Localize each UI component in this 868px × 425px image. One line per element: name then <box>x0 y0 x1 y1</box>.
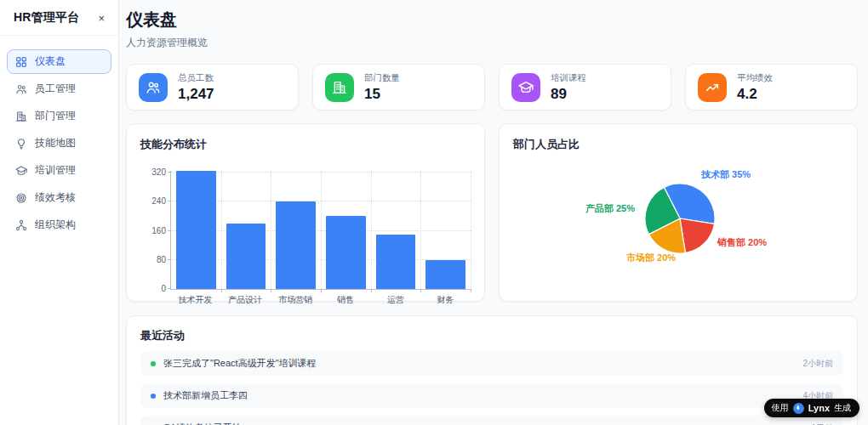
bar-slot <box>271 171 321 289</box>
bar-运营 <box>376 235 416 289</box>
x-tick-label: 市场营销 <box>271 294 321 306</box>
stat-card-1: 总员工数 1,247 <box>126 64 299 110</box>
v-gridline <box>471 171 471 289</box>
users-icon <box>15 83 27 95</box>
users-icon <box>146 80 161 95</box>
sidebar-nav: 仪表盘 员工管理 部门管理 技能地图 培训管理 绩效考核 组织架构 <box>0 36 118 251</box>
stat-value: 89 <box>551 86 586 103</box>
stat-card-3: 培训课程 89 <box>499 64 671 110</box>
pie-label-销售部: 销售部 20% <box>717 236 767 249</box>
stat-label: 培训课程 <box>551 72 586 84</box>
x-tick <box>271 289 271 292</box>
x-tick-label: 产品设计 <box>220 294 271 306</box>
y-tick-label: 0 <box>139 284 166 293</box>
dashboard-icon <box>15 56 27 68</box>
badge-brand: Lynx <box>808 403 830 413</box>
pie-chart-title: 部门人员占比 <box>513 137 843 152</box>
pie-chart-disc <box>644 183 716 254</box>
bar-slot <box>420 171 471 289</box>
building-icon <box>15 110 27 122</box>
lynx-watermark-badge[interactable]: 使用 Lynx 生成 <box>764 399 859 417</box>
graduation-icon-container <box>511 73 540 102</box>
y-tick-label: 320 <box>139 167 166 177</box>
pie-label-技术部: 技术部 35% <box>701 168 751 181</box>
trend-icon-container <box>698 73 727 102</box>
x-tick-label: 财务 <box>420 294 471 306</box>
stat-label: 平均绩效 <box>737 72 773 84</box>
activity-text: Q1绩效考核已开始 <box>163 422 242 425</box>
lynx-logo-icon <box>793 403 804 414</box>
app-title: HR管理平台 <box>14 10 79 26</box>
sidebar: HR管理平台 × 仪表盘 员工管理 部门管理 技能地图 培训管理 绩效考核 组织… <box>0 0 119 425</box>
x-tick <box>321 289 322 292</box>
stat-card-4: 平均绩效 4.2 <box>685 64 858 110</box>
x-tick-label: 技术开发 <box>170 294 220 306</box>
page-title: 仪表盘 <box>126 8 858 31</box>
pie-slice-销售部 <box>680 218 715 253</box>
y-tick-label: 80 <box>139 255 166 264</box>
building-icon <box>332 80 347 95</box>
graduation-icon <box>518 80 534 95</box>
x-tick <box>471 289 471 292</box>
sidebar-item-4[interactable]: 技能地图 <box>7 131 111 156</box>
activity-list: 张三完成了"React高级开发"培训课程 2小时前 技术部新增员工李四 4小时前… <box>140 351 843 425</box>
pie-chart-card: 部门人员占比 技术部 35%销售部 20%市场部 20%产品部 25% <box>499 123 858 302</box>
badge-prefix: 使用 <box>772 402 789 414</box>
bar-chart-card: 技能分布统计 080160240320 技术开发产品设计市场营销销售运营财务 <box>126 123 485 302</box>
target-icon <box>15 192 27 204</box>
bars <box>171 171 471 289</box>
sidebar-item-5[interactable]: 培训管理 <box>7 158 111 183</box>
bar-slot <box>321 171 371 289</box>
building-icon-container <box>325 73 354 102</box>
x-tick <box>371 289 372 292</box>
org-icon <box>15 219 27 231</box>
pie-label-产品部: 产品部 25% <box>550 202 635 215</box>
sidebar-item-6[interactable]: 绩效考核 <box>7 185 111 210</box>
stat-value: 1,247 <box>178 86 214 103</box>
bar-slot <box>221 171 271 289</box>
bar-chart-title: 技能分布统计 <box>140 137 471 152</box>
stat-value: 4.2 <box>737 86 773 103</box>
activity-time: 2小时前 <box>802 358 833 370</box>
bar-chart: 080160240320 <box>170 171 471 290</box>
y-tick-label: 160 <box>139 226 166 235</box>
activity-text: 技术部新增员工李四 <box>163 389 248 402</box>
activity-row-2: 技术部新增员工李四 4小时前 <box>140 383 843 408</box>
bar-slot <box>371 171 421 289</box>
sidebar-item-1[interactable]: 仪表盘 <box>7 49 111 74</box>
pie-label-市场部: 市场部 20% <box>626 252 676 264</box>
recent-activity-title: 最近活动 <box>140 328 843 343</box>
close-icon[interactable]: × <box>98 13 105 24</box>
y-tick-label: 240 <box>139 196 166 206</box>
page-subtitle: 人力资源管理概览 <box>126 36 858 50</box>
stat-label: 部门数量 <box>364 72 400 84</box>
bar-chart-x-labels: 技术开发产品设计市场营销销售运营财务 <box>170 294 471 306</box>
users-icon-container <box>139 73 168 102</box>
main-content: 仪表盘 人力资源管理概览 总员工数 1,247 部门数量 15 培训课程 89 … <box>119 0 868 425</box>
stat-card-2: 部门数量 15 <box>312 64 485 110</box>
bar-财务 <box>425 260 465 289</box>
activity-time: 1天前 <box>811 422 833 425</box>
activity-row-3: Q1绩效考核已开始 1天前 <box>140 416 843 425</box>
stat-value: 15 <box>364 86 400 103</box>
sidebar-item-7[interactable]: 组织架构 <box>7 212 111 237</box>
x-tick-label: 销售 <box>320 294 370 306</box>
graduation-icon <box>15 165 27 177</box>
sidebar-item-3[interactable]: 部门管理 <box>7 104 111 128</box>
bar-产品设计 <box>226 224 266 289</box>
charts-row: 技能分布统计 080160240320 技术开发产品设计市场营销销售运营财务 部… <box>126 123 858 302</box>
sidebar-item-2[interactable]: 员工管理 <box>7 76 111 101</box>
bar-销售 <box>326 216 366 289</box>
bar-市场营销 <box>276 201 316 289</box>
activity-status-dot <box>151 394 156 399</box>
x-tick <box>221 289 222 292</box>
badge-suffix: 生成 <box>834 402 851 414</box>
activity-text: 张三完成了"React高级开发"培训课程 <box>163 357 317 370</box>
bar-技术开发 <box>176 171 216 289</box>
recent-activity-card: 最近活动 张三完成了"React高级开发"培训课程 2小时前 技术部新增员工李四… <box>126 315 858 425</box>
x-tick-label: 运营 <box>370 294 420 306</box>
bulb-icon <box>15 138 27 150</box>
pie-chart: 技术部 35%销售部 20%市场部 20%产品部 25% <box>513 156 843 283</box>
activity-row-1: 张三完成了"React高级开发"培训课程 2小时前 <box>140 351 843 376</box>
sidebar-header: HR管理平台 × <box>0 0 118 36</box>
